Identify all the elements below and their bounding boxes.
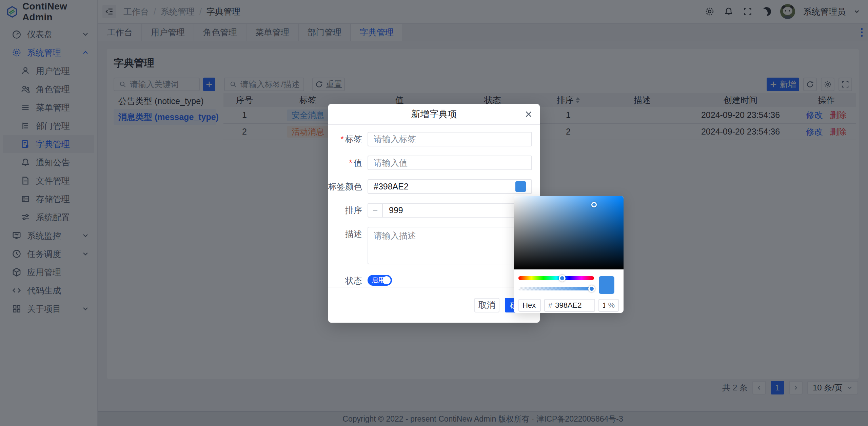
label-field[interactable] bbox=[368, 132, 532, 146]
color-format-select[interactable]: Hex bbox=[518, 299, 541, 312]
color-swatch[interactable] bbox=[515, 181, 526, 192]
cancel-button[interactable]: 取消 bbox=[474, 298, 499, 312]
alpha-slider-thumb[interactable] bbox=[588, 285, 595, 292]
alpha-value-input[interactable] bbox=[603, 301, 605, 310]
value-input[interactable] bbox=[374, 158, 526, 168]
alpha-value-field[interactable]: % bbox=[598, 299, 619, 312]
description-textarea[interactable] bbox=[374, 230, 526, 261]
tag-color-field[interactable] bbox=[368, 179, 532, 194]
modal-body: *标签 *值 标签颜色 排序 − bbox=[328, 125, 540, 288]
hue-slider[interactable] bbox=[518, 276, 594, 280]
hex-value-input[interactable] bbox=[555, 301, 591, 310]
saturation-panel[interactable] bbox=[514, 196, 624, 269]
label-input[interactable] bbox=[374, 134, 526, 144]
toggle-knob bbox=[382, 276, 391, 284]
close-icon[interactable] bbox=[525, 104, 532, 124]
required-asterisk: * bbox=[340, 134, 344, 144]
minus-icon[interactable]: − bbox=[368, 204, 383, 217]
value-field[interactable] bbox=[368, 156, 532, 170]
color-format-value: Hex bbox=[522, 301, 536, 310]
percent-suffix: % bbox=[608, 301, 615, 310]
hue-slider-thumb[interactable] bbox=[559, 275, 566, 282]
status-toggle[interactable]: 启用 bbox=[368, 275, 392, 286]
hash-prefix: # bbox=[548, 301, 552, 310]
required-asterisk: * bbox=[349, 158, 352, 167]
modal-footer: 取消 确定 bbox=[328, 287, 540, 323]
modal-title: 新增字典项 bbox=[411, 108, 457, 120]
field-label: 标签颜色 bbox=[328, 179, 368, 194]
description-field[interactable] bbox=[368, 227, 532, 264]
tag-color-input[interactable] bbox=[374, 182, 510, 191]
saturation-cursor[interactable] bbox=[591, 202, 597, 207]
sort-number-field[interactable]: − 999 + bbox=[368, 203, 532, 218]
modal-header: 新增字典项 bbox=[328, 104, 540, 125]
add-dict-item-modal: 新增字典项 *标签 *值 标签颜色 bbox=[328, 104, 540, 323]
sort-value[interactable]: 999 bbox=[383, 204, 517, 217]
field-label: *标签 bbox=[328, 132, 368, 146]
field-label: 状态 bbox=[328, 273, 368, 288]
field-label: 描述 bbox=[328, 227, 368, 264]
hex-value-field[interactable]: # bbox=[544, 299, 595, 312]
app-window: ContiNew Admin 仪表盘 系统管理 用户管理 角色管理 bbox=[0, 0, 868, 426]
field-label: 排序 bbox=[328, 203, 368, 218]
field-label: *值 bbox=[328, 156, 368, 170]
color-picker-popover: Hex # % bbox=[514, 196, 624, 313]
alpha-slider[interactable] bbox=[518, 287, 594, 290]
color-preview-swatch bbox=[599, 276, 614, 294]
